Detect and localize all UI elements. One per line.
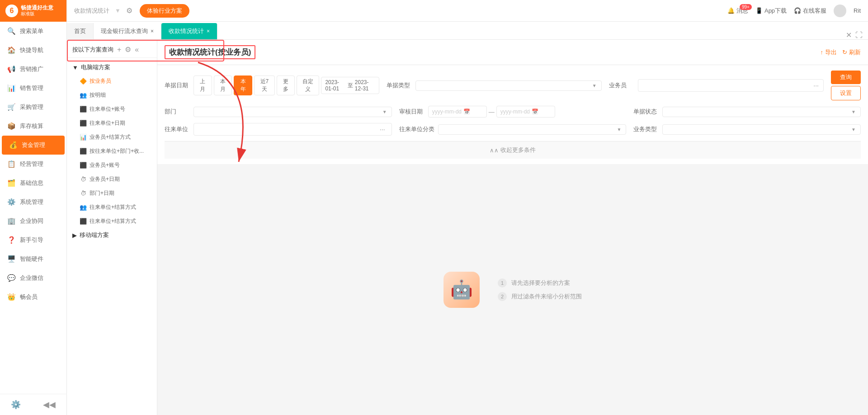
last-month-btn[interactable]: 上月 [193, 75, 212, 95]
sidebar-item-purchase[interactable]: 🛒 采购管理 [0, 98, 66, 117]
biz-type-select[interactable]: ▼ [662, 124, 861, 135]
customer-service-button[interactable]: 🎧 在线客服 [794, 7, 826, 15]
counterpart-type-arrow: ▼ [617, 127, 621, 132]
maximize-icon[interactable]: ⛶ [855, 31, 863, 39]
sidebar-item-base[interactable]: 🗂️ 基础信息 [0, 174, 66, 193]
sidebar-item-marketing[interactable]: 📢 营销推广 [0, 60, 66, 79]
query-button[interactable]: 查询 [831, 71, 861, 84]
review-date-end[interactable]: yyyy-mm-dd 📅 [496, 106, 555, 118]
salesperson-select[interactable]: ··· [638, 79, 824, 92]
date-filter-label: 单据日期 [165, 81, 190, 90]
collapse-filters-bar[interactable]: ∧∧ 收起更多条件 [165, 141, 861, 159]
sidebar-item-fund[interactable]: 💰 资金管理 [2, 136, 65, 155]
sales-settle-icon: 📊 [80, 134, 87, 141]
mobile-group-label: 移动端方案 [80, 231, 109, 239]
scheme-item-by-salesperson[interactable]: 🔶 按业务员 [67, 74, 157, 88]
custom-date-btn[interactable]: 自定义 [297, 75, 319, 95]
scheme-item-by-detail[interactable]: 👥 按明细 [67, 88, 157, 102]
scheme-item-dept-date[interactable]: ⏱ 部门+日期 [67, 186, 157, 200]
tab-home[interactable]: 首页 [67, 23, 94, 39]
receipts-tab-label: 收款情况统计 [169, 27, 204, 35]
sidebar-item-hardware-label: 智能硬件 [20, 255, 43, 263]
sidebar-item-nav[interactable]: 🏠 快捷导航 [0, 41, 66, 60]
scheme-item-unit-settle2[interactable]: ⬛ 往来单位+结算方式 [67, 214, 157, 228]
user-avatar[interactable] [834, 5, 846, 17]
right-content: 收款情况统计(按业务员) ↑ 导出 ↻ 刷新 单据日期 [157, 40, 868, 415]
refresh-icon: ↻ [842, 49, 847, 56]
scheme-collapse-icon[interactable]: « [135, 46, 139, 54]
desktop-scheme-group[interactable]: ▼ 电脑端方案 [67, 61, 157, 74]
scheme-gear-icon[interactable]: ⚙ [125, 45, 131, 54]
sidebar-item-sys[interactable]: ⚙️ 系统管理 [0, 193, 66, 212]
notification-button[interactable]: 🔔 消息 99+ [727, 7, 748, 15]
breadcrumb: 收款情况统计 [74, 7, 109, 15]
scheme-item-sales-account[interactable]: ⬛ 业务员+账号 [67, 158, 157, 172]
receipts-tab-close-icon[interactable]: × [207, 28, 210, 34]
sidebar-nav: 🔍 搜索菜单 🏠 快捷导航 📢 营销推广 📊 销售管理 🛒 采购管理 📦 库存核… [0, 22, 66, 394]
sidebar-item-nav-label: 快捷导航 [20, 46, 43, 54]
unit-date-icon: ⬛ [80, 120, 87, 127]
promo-button[interactable]: 体验行业方案 [140, 4, 189, 18]
scheme-add-icon[interactable]: + [117, 46, 121, 54]
settings-button[interactable]: 设置 [831, 86, 861, 100]
base-icon: 🗂️ [7, 179, 15, 187]
receipt-status-label: 单据状态 [633, 108, 659, 116]
sidebar-item-hardware[interactable]: 🖥️ 智能硬件 [0, 250, 66, 269]
counterpart-select[interactable]: ··· [193, 123, 392, 136]
service-label: 在线客服 [803, 7, 826, 15]
scheme-item-sales-date[interactable]: ⏱ 业务员+日期 [67, 172, 157, 186]
receipt-type-label: 单据类型 [387, 81, 412, 90]
scheme-label: 按以下方案查询 [72, 46, 113, 54]
building-icon: 🏢 [7, 217, 15, 225]
scheme-item-unit-settle1[interactable]: 👥 往来单位+结算方式 [67, 200, 157, 214]
tab-receipts[interactable]: 收款情况统计 × [161, 23, 217, 39]
collapse-up-icon: ∧∧ [490, 147, 499, 154]
scheme-item-unit-account[interactable]: ⬛ 往来单位+账号 [67, 102, 157, 116]
tab-bank[interactable]: 现金银行流水查询 × [94, 23, 161, 39]
sidebar-item-guide[interactable]: ❓ 新手引导 [0, 231, 66, 250]
this-month-btn[interactable]: 本月 [214, 75, 232, 95]
sidebar-item-corp[interactable]: 🏢 企业协同 [0, 212, 66, 231]
receipt-type-select[interactable]: ▼ [415, 80, 601, 91]
sidebar-item-stock[interactable]: 📦 库存核算 [0, 117, 66, 136]
sidebar-item-member[interactable]: 👑 畅会员 [0, 288, 66, 307]
date-end: 2023-12-31 [355, 79, 375, 92]
counterpart-type-select[interactable]: ▼ [438, 124, 627, 135]
review-date-start[interactable]: yyyy-mm-dd 📅 [428, 106, 487, 118]
bell-icon: 🔔 [727, 7, 735, 14]
sidebar-item-ops[interactable]: 📋 经营管理 [0, 155, 66, 174]
close-window-icon[interactable]: ✕ [846, 31, 852, 39]
sidebar-item-search[interactable]: 🔍 搜索菜单 [0, 22, 66, 41]
export-button[interactable]: ↑ 导出 [821, 48, 837, 57]
review-date-group: yyyy-mm-dd 📅 — yyyy-mm-dd 📅 [428, 106, 555, 118]
bank-tab-close-icon[interactable]: × [151, 28, 154, 34]
counterpart-type-field: 往来单位分类 ▼ [399, 124, 627, 135]
refresh-button[interactable]: ↻ 刷新 [842, 48, 861, 57]
settings-bottom-icon[interactable]: ⚙️ [9, 398, 23, 411]
app-download-button[interactable]: 📱 App下载 [755, 7, 787, 15]
sidebar-item-wechat[interactable]: 💬 企业微信 [0, 269, 66, 288]
dept-select[interactable]: ▼ [193, 107, 392, 117]
sidebar-item-sales[interactable]: 📊 销售管理 [0, 79, 66, 98]
receipt-type-field: 单据类型 ▼ [387, 80, 601, 91]
cart-icon: 🛒 [7, 103, 15, 111]
sidebar: 6 畅捷通好生意 标准版 🔍 搜索菜单 🏠 快捷导航 📢 营销推广 📊 销售管理… [0, 0, 67, 415]
last-7-days-btn[interactable]: 近7天 [254, 75, 275, 95]
mobile-scheme-group[interactable]: ▶ 移动端方案 [67, 228, 157, 242]
counterpart-dots[interactable]: ··· [380, 126, 385, 133]
scheme-panel: 按以下方案查询 + ⚙ « ▼ 电脑端方案 🔶 按业务员 👥 按明细 [67, 40, 157, 415]
filter-area: 单据日期 上月 本月 本年 近7天 更多 自定义 2023-01-01 至 [157, 65, 868, 164]
scheme-item-sales-settle[interactable]: 📊 业务员+结算方式 [67, 130, 157, 144]
scheme-item-unit-dept[interactable]: ⬛ 按往来单位+部门+收... [67, 144, 157, 158]
date-range-display: 2023-01-01 至 2023-12-31 [321, 77, 379, 94]
receipt-status-select[interactable]: ▼ [662, 107, 861, 117]
dept-arrow: ▼ [382, 109, 387, 114]
salesperson-dots[interactable]: ··· [813, 82, 819, 89]
more-date-btn[interactable]: 更多 [277, 75, 295, 95]
this-year-btn[interactable]: 本年 [234, 75, 252, 95]
detail-item-icon: 👥 [80, 92, 87, 99]
collapse-sidebar-icon[interactable]: ◀◀ [41, 398, 57, 411]
scheme-item-unit-date[interactable]: ⬛ 往来单位+日期 [67, 116, 157, 130]
page-gear-icon[interactable]: ⚙ [126, 6, 132, 15]
step-1-num: 1 [498, 278, 507, 288]
